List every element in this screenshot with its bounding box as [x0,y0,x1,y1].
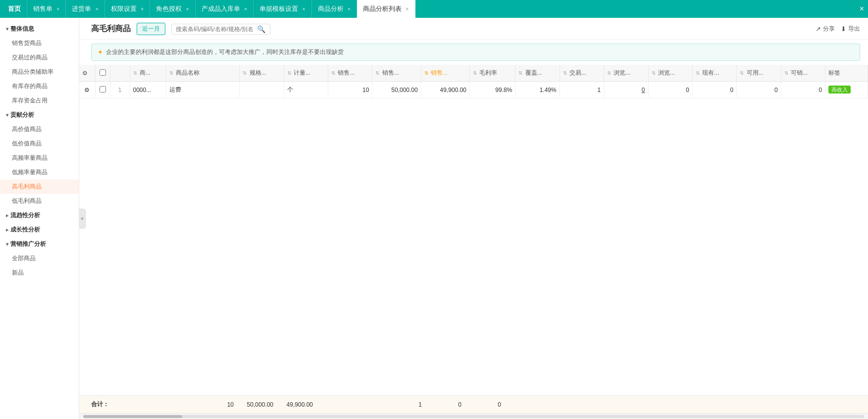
close-analysis[interactable]: × [348,6,351,12]
nav-tab-template[interactable]: 单据模板设置 × [254,0,311,18]
sidebar-item-stocked-goods[interactable]: 有库存的商品 [0,79,79,93]
td-sales-cost: 49,900.00 [421,82,469,98]
nav-tab-analysis-list[interactable]: 商品分析列表 × [357,0,415,18]
group-growth-label: 成长性分析 [10,226,40,234]
table-header-row: ⚙ ⇅ 商... ⇅ 商品名称 [79,65,868,82]
sort-icon-browse2[interactable]: ⇅ [652,70,656,76]
scroll-thumb[interactable] [83,415,182,418]
group-overall-label: 整体信息 [10,25,34,33]
close-permission[interactable]: × [141,6,144,12]
sidebar-item-new-goods[interactable]: 新品 [0,266,79,280]
purchase-label: 进货单 [72,4,91,13]
sort-icon-saleable[interactable]: ⇅ [784,70,788,76]
sidebar-group-wealth[interactable]: ▾ 贡献分析 [0,108,79,122]
bottom-scrollbar[interactable] [79,413,868,419]
sort-icon-coverage[interactable]: ⇅ [518,70,522,76]
sort-icon-name[interactable]: ⇅ [169,70,173,76]
settings-icon[interactable]: ⚙ [82,70,88,77]
browse1-link[interactable]: 0 [642,87,645,93]
sidebar-group-growth[interactable]: ▸ 成长性分析 [0,223,79,237]
share-btn[interactable]: ↗ 分享 [816,25,835,33]
nav-tab-analysis[interactable]: 商品分析 × [312,0,357,18]
td-saleable-stock: 0 [781,82,825,98]
td-checkbox[interactable] [95,82,110,98]
th-tag: 标签 [825,65,868,82]
nav-tab-home[interactable]: 首页 [2,0,27,18]
sidebar-item-low-margin[interactable]: 低毛利商品 [0,194,79,208]
th-current-stock: ⇅ 现有... [692,65,736,82]
export-btn[interactable]: ⬇ 导出 [841,25,860,33]
sort-icon-amount[interactable]: ⇅ [375,70,379,76]
analysis-label: 商品分析 [318,4,344,13]
sidebar-item-high-freq[interactable]: 高频率量商品 [0,151,79,165]
nav-tab-permission[interactable]: 权限设置 × [105,0,150,18]
close-product-entry[interactable]: × [244,6,247,12]
nav-tab-role[interactable]: 角色授权 × [150,0,195,18]
share-label: 分享 [823,25,835,33]
th-browse1: ⇅ 浏览... [604,65,648,82]
table-wrapper[interactable]: ⚙ ⇅ 商... ⇅ 商品名称 [79,65,868,395]
nav-tab-sales[interactable]: 销售单 × [27,0,66,18]
th-sales-amount: ⇅ 销售... [372,65,421,82]
sidebar-item-traded-goods[interactable]: 交易过的商品 [0,50,79,65]
sort-icon-transaction[interactable]: ⇅ [563,70,567,76]
sort-icon-unit[interactable]: ⇅ [287,70,291,76]
nav-tab-product-entry[interactable]: 产成品入库单 × [196,0,254,18]
th-sales-cost: ⇅ 销售... [421,65,469,82]
sort-icon-sku[interactable]: ⇅ [133,70,137,76]
sort-icon-available[interactable]: ⇅ [740,70,744,76]
nav-tab-purchase[interactable]: 进货单 × [66,0,104,18]
th-settings[interactable]: ⚙ [79,65,95,82]
sidebar-item-inventory-capital[interactable]: 库存资金占用 [0,93,79,108]
arrow-right-icon: ▸ [6,213,8,218]
search-icon[interactable]: 🔍 [257,25,265,33]
search-input[interactable] [176,26,255,33]
th-checkbox[interactable] [95,65,110,82]
scroll-track[interactable] [83,415,864,418]
arrow-right-icon-2: ▸ [6,227,8,233]
th-available-stock: ⇅ 可用... [737,65,781,82]
sidebar-item-goods-analysis[interactable]: 商品分类辅助率 [0,65,79,79]
close-analysis-list[interactable]: × [406,6,408,12]
sort-icon-browse1[interactable]: ⇅ [607,70,611,76]
close-template[interactable]: × [302,6,305,12]
sidebar-item-low-freq[interactable]: 低频率量商品 [0,165,79,180]
sidebar-item-high-value[interactable]: 高价值商品 [0,122,79,137]
filter-recent-month-btn[interactable]: 近一月 [137,23,165,35]
info-banner: ✦ 企业的主要的利润都是这部分商品创造的，可考虑加大推广，同时关注库存是不要出现… [91,44,860,61]
arrow-down-icon-3: ▾ [6,241,8,247]
footer-total: 合计： 10 50,000.00 49,900.00 1 0 0 [79,395,868,413]
sort-icon-margin[interactable]: ⇅ [473,70,477,76]
row-checkbox[interactable] [100,86,106,93]
group-wealth-label: 贡献分析 [10,111,34,119]
td-current-stock: 0 [692,82,736,98]
sidebar-group-trend[interactable]: ▸ 流趋性分析 [0,208,79,223]
sidebar-item-low-value[interactable]: 低价值商品 [0,137,79,151]
footer-current-stock: 0 [426,401,465,408]
close-purchase[interactable]: × [95,6,98,12]
sidebar-group-overall[interactable]: ▾ 整体信息 [0,22,79,36]
close-role[interactable]: × [186,6,189,12]
export-icon: ⬇ [841,25,846,33]
sidebar-item-sales-goods[interactable]: 销售货商品 [0,36,79,50]
sort-icon-spec[interactable]: ⇅ [243,70,247,76]
sort-icon-current[interactable]: ⇅ [696,70,700,76]
select-all-checkbox[interactable] [100,69,106,76]
sort-icon-cost[interactable]: ⇅ [424,70,428,76]
sidebar-group-marketing[interactable]: ▾ 营销推广分析 [0,237,79,251]
td-settings[interactable]: ⚙ [79,82,95,98]
td-sales-amount: 50,000.00 [372,82,421,98]
sidebar-item-high-margin[interactable]: 高毛利商品 [0,180,79,194]
close-sales[interactable]: × [56,6,59,12]
arrow-down-icon-2: ▾ [6,112,8,118]
footer-sales-cost: 49,900.00 [277,401,317,408]
window-close-icon[interactable]: × [860,4,864,13]
sort-icon-qty[interactable]: ⇅ [331,70,335,76]
td-browse2: 0 [648,82,692,98]
sidebar-item-all-goods[interactable]: 全部商品 [0,251,79,266]
top-nav: 首页 销售单 × 进货单 × 权限设置 × 角色授权 × 产成品入库单 × 单据… [0,0,868,18]
row-settings-icon[interactable]: ⚙ [84,87,90,93]
template-label: 单据模板设置 [259,4,298,13]
sidebar-collapse-btn[interactable]: « [79,209,86,229]
footer-values: 10 50,000.00 49,900.00 1 0 0 [119,401,860,408]
